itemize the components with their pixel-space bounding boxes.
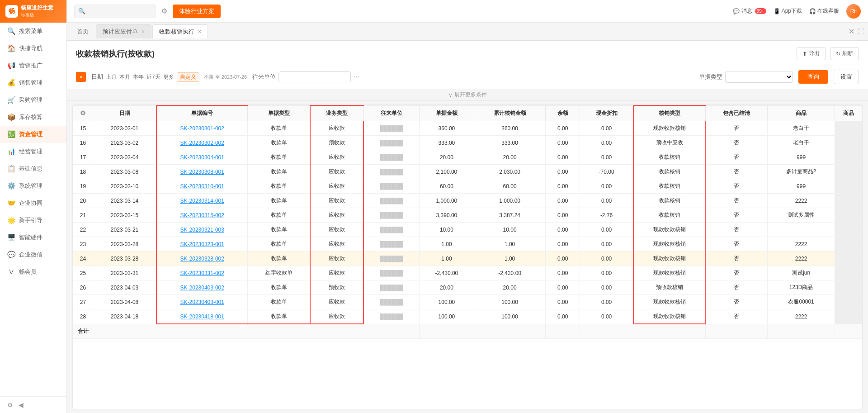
sidebar-bottom: ⚙ ◀ (0, 396, 66, 413)
settings-bottom-icon[interactable]: ⚙ (7, 401, 13, 408)
tab-receipt-exec-close[interactable]: × (198, 28, 201, 35)
filter-bar: » 日期 上月 本月 本年 近7天 更多 自定义 不限 至 2023-07-26… (67, 65, 868, 89)
partner-dots[interactable]: ··· (354, 73, 359, 81)
wechat-label: 企业微信 (19, 251, 42, 259)
bill-no-link[interactable]: SK-20230314-001 (180, 198, 224, 204)
bill-no-link[interactable]: SK-20230315-002 (180, 212, 224, 218)
cell-seq: 21 (73, 208, 93, 223)
bill-no-link[interactable]: SK-20230301-002 (180, 125, 224, 132)
cell-goods: 多计量商品2 (768, 165, 835, 179)
sidebar-item-quicknav[interactable]: 🏠 快捷导航 (0, 40, 66, 57)
system-icon: ⚙️ (7, 182, 15, 190)
expand-more-button[interactable]: ∨ 展开更多条件 (448, 91, 487, 99)
export-button[interactable]: ⬆ 导出 (797, 47, 826, 60)
bill-no-link[interactable]: SK-20230418-001 (180, 313, 224, 320)
export-icon: ⬆ (802, 51, 807, 57)
user-avatar[interactable]: Rit (846, 4, 861, 19)
cell-include-settled: 否 (705, 295, 767, 309)
tab-payable-close[interactable]: × (142, 28, 145, 35)
sidebar-item-corp[interactable]: 🤝 企业协同 (0, 195, 66, 212)
bill-no-link[interactable]: SK-20230328-001 (180, 241, 224, 247)
th-settings[interactable]: ⚙ (73, 105, 93, 121)
tab-home[interactable]: 首页 (71, 25, 95, 38)
date-this-month[interactable]: 本月 (119, 73, 130, 81)
date-this-year[interactable]: 本年 (133, 73, 144, 81)
date-more[interactable]: 更多 (163, 73, 174, 81)
sidebar-item-hardware[interactable]: 🖥️ 智能硬件 (0, 229, 66, 246)
cell-balance: 0.00 (546, 136, 580, 150)
sidebar-item-wechat[interactable]: 💬 企业微信 (0, 246, 66, 263)
table-row: 27 2023-04-08 SK-20230408-001 收款单 应收款 ██… (73, 295, 862, 309)
cell-cancel-type: 预收中应收 (633, 136, 705, 150)
bill-no-link[interactable]: SK-20230308-001 (180, 169, 224, 175)
sidebar-item-inventory[interactable]: 📦 库存核算 (0, 109, 66, 126)
quicknav-label: 快捷导航 (19, 44, 42, 52)
cell-cash-discount: -2.76 (580, 208, 633, 223)
sidebar-item-marketing[interactable]: 📢 营销推广 (0, 57, 66, 74)
cell-cash-discount: -70.00 (580, 165, 633, 179)
wechat-icon: 💬 (7, 251, 15, 259)
quicknav-icon: 🏠 (7, 44, 15, 52)
cell-bill-type: 收款单 (248, 179, 310, 194)
cell-goods2 (835, 223, 862, 237)
base-label: 基础信息 (19, 165, 42, 173)
sidebar-item-purchase[interactable]: 🛒 采购管理 (0, 91, 66, 109)
sidebar-item-guide[interactable]: 🌟 新手引导 (0, 212, 66, 229)
online-service-button[interactable]: 🎧 在线客服 (809, 7, 839, 15)
bill-type-select[interactable] (725, 71, 793, 83)
cell-balance: 0.00 (546, 179, 580, 194)
bill-no-link[interactable]: SK-20230331-002 (180, 270, 224, 276)
sidebar-item-sales[interactable]: 💰 销售管理 (0, 74, 66, 91)
app-download-button[interactable]: 📱 App下载 (774, 7, 802, 15)
query-button[interactable]: 查询 (798, 70, 828, 84)
topbar-search-box[interactable]: 🔍 (74, 5, 156, 18)
search-input[interactable] (88, 8, 151, 14)
tabbar-actions: ✕ ⛶ (849, 27, 864, 36)
filter-toggle-button[interactable]: » (76, 72, 86, 82)
gear-icon[interactable]: ⚙ (161, 7, 167, 15)
cell-goods2 (835, 150, 862, 165)
cell-goods2 (835, 179, 862, 194)
table-row: 28 2023-04-18 SK-20230418-001 收款单 应收款 ██… (73, 309, 862, 324)
cell-amount: 20.00 (419, 280, 474, 295)
setting-button[interactable]: 设置 (834, 70, 859, 84)
bill-no-link[interactable]: SK-20230302-002 (180, 140, 224, 146)
cell-goods: 测试多属性 (768, 208, 835, 223)
bill-no-link[interactable]: SK-20230403-002 (180, 285, 224, 291)
total-cash-discount (580, 324, 633, 339)
sidebar-item-base[interactable]: 📋 基础信息 (0, 160, 66, 177)
finance-label: 资金管理 (19, 130, 42, 138)
sidebar-item-finance[interactable]: 💹 资金管理 (0, 126, 66, 143)
table-container: ⚙ 日期 单据编号 单据类型 业务类型 往来单位 单据金额 累计核销金额 余额 … (72, 104, 863, 409)
cell-seq: 17 (73, 150, 93, 165)
cell-balance: 0.00 (546, 252, 580, 266)
cell-cumulative: 2,030.00 (474, 165, 546, 179)
refresh-button[interactable]: ↻ 刷新 (830, 47, 859, 60)
sidebar-item-member[interactable]: V 畅会员 (0, 263, 66, 280)
close-all-tabs-icon[interactable]: ✕ (849, 27, 854, 36)
bill-no-link[interactable]: SK-20230310-001 (180, 183, 224, 190)
bill-no-link[interactable]: SK-20230304-001 (180, 154, 224, 161)
tab-payable[interactable]: 预计应应付单 × (96, 24, 151, 38)
bill-no-link[interactable]: SK-20230321-003 (180, 227, 224, 233)
cell-bill-type: 收款单 (248, 150, 310, 165)
tab-receipt-exec[interactable]: 收款核销执行 × (152, 24, 208, 38)
cell-date: 2023-03-01 (93, 121, 157, 136)
bill-no-link[interactable]: SK-20230408-001 (180, 299, 224, 305)
cell-amount: 333.00 (419, 136, 474, 150)
partner-input[interactable] (278, 71, 351, 82)
collapse-icon[interactable]: ◀ (19, 401, 24, 408)
expand-tabs-icon[interactable]: ⛶ (858, 28, 864, 35)
bill-no-link[interactable]: SK-20230328-002 (180, 256, 224, 262)
message-button[interactable]: 💬 消息 99+ (733, 7, 766, 15)
sidebar-item-ops[interactable]: 📊 经营管理 (0, 143, 66, 160)
date-range-display: 不限 至 2023-07-26 (204, 74, 247, 81)
date-7days[interactable]: 近7天 (146, 73, 160, 81)
sidebar-item-search[interactable]: 🔍 搜索菜单 (0, 23, 66, 40)
date-custom[interactable]: 自定义 (177, 72, 199, 82)
solution-button[interactable]: 体验行业方案 (173, 5, 221, 18)
date-last-month[interactable]: 上月 (106, 73, 117, 81)
cell-include-settled: 否 (705, 179, 767, 194)
cell-biz-type: 应收款 (310, 266, 363, 280)
sidebar-item-system[interactable]: ⚙️ 系统管理 (0, 177, 66, 195)
